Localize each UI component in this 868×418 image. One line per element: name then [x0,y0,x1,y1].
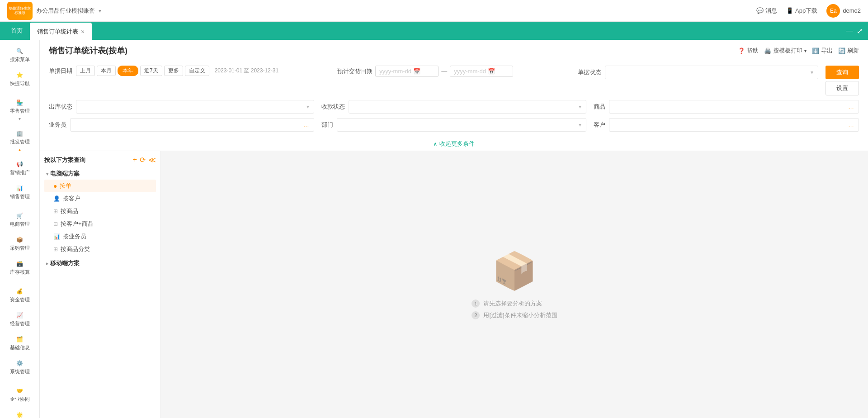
last-month-btn[interactable]: 上月 [76,66,95,76]
maximize-icon[interactable]: ⤢ [857,27,863,35]
by-salesperson-icon: 📊 [53,233,60,240]
mobile-group-arrow: ▸ [46,261,48,266]
this-month-btn[interactable]: 本月 [97,66,116,76]
payment-status-select[interactable]: ▾ [349,100,587,114]
export-icon: ⬇️ [812,48,819,54]
sidebar-item-quick-nav[interactable]: ⭐ 快捷导航 [0,67,39,91]
collapse-label: 收起更多条件 [439,140,475,148]
empty-tip-1: 1 请先选择要分析的方案 [472,299,557,308]
status-section: 单据状态 ▾ [578,66,818,79]
calendar-icon-2: 📅 [488,68,495,75]
tab-home[interactable]: 首页 [4,22,30,40]
collapse-icon: ∧ [433,141,438,147]
collapse-section: ∧ 收起更多条件 [40,137,868,151]
sidebar-item-retail[interactable]: 🏪 零售管理 ▾ [0,95,39,126]
system-icon: ⚙️ [16,360,23,366]
help-btn[interactable]: ❓ 帮助 [738,47,759,55]
scheme-panel-header: 按以下方案查询 + ⟳ ≪ [44,156,156,164]
last7days-btn[interactable]: 近7天 [140,66,162,76]
sidebar-item-operations[interactable]: 📈 经营管理 [0,308,39,332]
more-btn[interactable]: 更多 [164,66,183,76]
sidebar-item-inventory[interactable]: 🗃️ 库存核算 [0,256,39,280]
sidebar-item-sales[interactable]: 📊 销售管理 [0,180,39,204]
customer-input[interactable]: … [609,118,859,132]
customer-label: 客户 [594,121,605,129]
query-btn[interactable]: 查询 [826,66,859,79]
sidebar-item-ecommerce[interactable]: 🛒 电商管理 [0,208,39,232]
scheme-item-by-customer[interactable]: 👤 按客户 [44,192,156,205]
sidebar-item-purchase[interactable]: 📦 采购管理 [0,232,39,256]
chevron-down-icon[interactable]: ▾ [99,8,101,14]
sidebar-sales-label: 销售管理 [10,193,30,200]
by-order-icon: ● [53,182,57,190]
page-header: 销售订单统计表(按单) ❓ 帮助 🖨️ 按模板打印 ▾ ⬇️ 导出 🔄 刷新 [40,40,868,60]
scheme-add-btn[interactable]: + [133,156,137,164]
date-filter-section: 单据日期 上月 本月 本年 近7天 更多 自定义 2023-01-01 至 20… [49,66,337,76]
tip-2-label: 用[过滤]条件来缩小分析范围 [483,311,557,319]
by-product-category-icon: ⊞ [53,246,58,252]
sidebar-ecommerce-label: 电商管理 [10,221,30,228]
product-input[interactable]: … [609,100,859,114]
tab-sales-stats[interactable]: 销售订单统计表 × [30,23,92,41]
app-download-btn[interactable]: 📱 App下载 [786,7,817,15]
tab-close-icon[interactable]: × [81,28,85,35]
scheme-item-by-order[interactable]: ● 按单 [44,180,156,192]
refresh-btn[interactable]: 🔄 刷新 [838,47,859,55]
scheme-group-mobile-title[interactable]: ▸ 移动端方案 [44,257,156,269]
collapse-btn[interactable]: ∧ 收起更多条件 [433,140,475,148]
sidebar-item-wholesale[interactable]: 🏢 批发管理 ▴ [0,126,39,157]
sidebar-item-newbie[interactable]: 🌟 新手引导 [0,407,39,418]
sidebar-finance-label: 资金管理 [10,296,30,303]
expected-date-to[interactable]: yyyy-mm-dd 📅 [450,66,513,77]
by-customer-icon: 👤 [53,195,60,202]
date-range-text: 2023-01-01 至 2023-12-31 [215,67,278,75]
scheme-refresh-btn[interactable]: ⟳ [140,156,146,164]
sidebar-inventory-label: 库存核算 [10,269,30,276]
status-dropdown-icon: ▾ [811,69,813,76]
minimize-icon[interactable]: — [846,27,853,35]
query-settings-group: 查询 设置 [826,66,859,95]
salesperson-input[interactable]: … [70,118,314,132]
print-icon: 🖨️ [764,48,771,54]
pc-group-label: 电脑端方案 [50,170,80,178]
sidebar-item-marketing[interactable]: 📢 营销推广 [0,157,39,180]
filters-wrapper: 单据日期 上月 本月 本年 近7天 更多 自定义 2023-01-01 至 20… [40,60,868,137]
sidebar-basic-label: 基础信息 [10,344,30,351]
sidebar-item-finance[interactable]: 💰 资金管理 [0,284,39,308]
department-select[interactable]: ▾ [337,118,587,132]
sidebar-item-basic[interactable]: 🗂️ 基础信息 [0,332,39,356]
by-order-label: 按单 [60,182,71,190]
product-dots-icon: … [848,104,854,110]
expected-date-from[interactable]: yyyy-mm-dd 📅 [375,66,439,77]
expected-date-section: 预计交货日期 yyyy-mm-dd 📅 — yyyy-mm-dd 📅 [337,66,578,77]
by-customer-product-label: 按客户+商品 [61,220,94,228]
scheme-group-pc-title[interactable]: ▾ 电脑端方案 [44,168,156,180]
scheme-collapse-btn[interactable]: ≪ [148,156,156,164]
empty-illustration: 📦 [492,250,537,292]
message-btn[interactable]: 💬 消息 [756,7,777,15]
user-info[interactable]: Ea demo2 [826,4,861,18]
payment-status-col: 收款状态 ▾ [321,100,587,114]
settings-btn[interactable]: 设置 [826,81,859,95]
ship-status-select[interactable]: ▾ [76,100,314,114]
salesperson-col: 业务员 … [49,118,314,132]
sidebar-item-search[interactable]: 🔍 搜索菜单 [0,43,39,67]
this-year-btn[interactable]: 本年 [118,66,138,76]
export-btn[interactable]: ⬇️ 导出 [812,47,833,55]
empty-state: 📦 1 请先选择要分析的方案 2 用[过滤]条件来缩小分析范围 [472,250,557,319]
scheme-item-by-customer-product[interactable]: ⊟ 按客户+商品 [44,218,156,230]
expected-date-from-placeholder: yyyy-mm-dd [379,68,411,75]
sidebar-retail-label: 零售管理 [10,108,30,114]
by-product-label: 按商品 [61,207,78,215]
scheme-item-by-salesperson[interactable]: 📊 按业务员 [44,230,156,243]
sidebar-item-system[interactable]: ⚙️ 系统管理 [0,356,39,380]
status-select[interactable]: ▾ [605,66,818,79]
scheme-item-by-product[interactable]: ⊞ 按商品 [44,205,156,218]
print-btn[interactable]: 🖨️ 按模板打印 ▾ [764,47,807,55]
page-title: 销售订单统计表(按单) [49,45,127,56]
sidebar-item-enterprise[interactable]: 🤝 企业协同 [0,383,39,407]
refresh-icon: 🔄 [838,48,845,54]
custom-btn[interactable]: 自定义 [185,66,209,76]
sidebar-enterprise-label: 企业协同 [10,396,30,403]
scheme-item-by-product-category[interactable]: ⊞ 按商品分类 [44,243,156,256]
